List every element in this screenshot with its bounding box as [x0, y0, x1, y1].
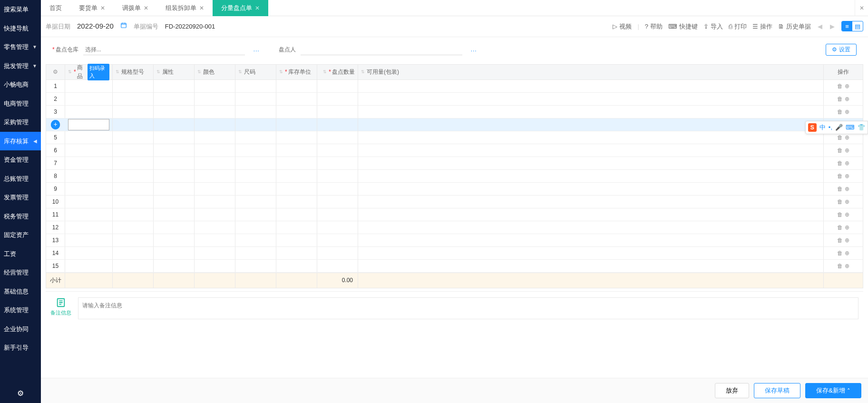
- ime-mic-icon[interactable]: 🎤: [835, 123, 843, 132]
- table-row[interactable]: 8🗑⊕: [46, 170, 863, 183]
- product-input[interactable]: [68, 119, 109, 130]
- close-icon[interactable]: ✕: [199, 4, 204, 12]
- sidebar-item-17[interactable]: 企业协同: [0, 320, 41, 339]
- tab-0[interactable]: 首页: [41, 0, 70, 16]
- delete-row-icon[interactable]: 🗑: [837, 185, 843, 193]
- sidebar-item-15[interactable]: 基础信息: [0, 282, 41, 301]
- tab-4[interactable]: 分量盘点单✕: [213, 0, 268, 16]
- col-qty[interactable]: ⇅*盘点数量: [317, 65, 358, 79]
- help-link[interactable]: ? 帮助: [645, 22, 663, 31]
- memo-input[interactable]: [78, 297, 858, 319]
- counter-more-icon[interactable]: ...: [471, 45, 477, 54]
- copy-row-icon[interactable]: ⊕: [845, 262, 849, 270]
- table-row[interactable]: 7🗑⊕: [46, 157, 863, 170]
- tab-2[interactable]: 调拨单✕: [114, 0, 157, 16]
- sidebar-item-9[interactable]: 总账管理: [0, 169, 41, 188]
- shortcut-link[interactable]: ⌨ 快捷键: [668, 22, 698, 31]
- sidebar-item-0[interactable]: 搜索菜单: [0, 0, 41, 19]
- sidebar-item-16[interactable]: 系统管理: [0, 301, 41, 320]
- table-row[interactable]: 10🗑⊕: [46, 196, 863, 208]
- copy-row-icon[interactable]: ⊕: [845, 108, 849, 116]
- sidebar-item-2[interactable]: 零售管理▼: [0, 38, 41, 57]
- counter-input[interactable]: [301, 44, 462, 55]
- sidebar-item-10[interactable]: 发票管理: [0, 188, 41, 207]
- ime-toolbar[interactable]: S 中 •, 🎤 ⌨ 👕: [805, 121, 868, 134]
- delete-row-icon[interactable]: 🗑: [837, 249, 843, 257]
- sidebar-item-13[interactable]: 工资: [0, 245, 41, 264]
- ime-lang[interactable]: 中: [819, 123, 826, 132]
- delete-row-icon[interactable]: 🗑: [837, 108, 843, 116]
- sidebar-item-18[interactable]: 新手引导: [0, 338, 41, 357]
- delete-row-icon[interactable]: 🗑: [837, 172, 843, 180]
- delete-row-icon[interactable]: 🗑: [837, 210, 843, 219]
- copy-row-icon[interactable]: ⊕: [845, 223, 849, 232]
- table-row[interactable]: 14🗑⊕: [46, 247, 863, 260]
- settings-button[interactable]: ⚙设置: [826, 44, 857, 56]
- sidebar-settings-icon[interactable]: ⚙: [0, 384, 41, 403]
- prev-doc-icon[interactable]: ◀: [817, 22, 823, 31]
- copy-row-icon[interactable]: ⊕: [845, 210, 849, 219]
- table-row[interactable]: 5🗑⊕: [46, 131, 863, 144]
- sidebar-item-6[interactable]: 采购管理: [0, 113, 41, 132]
- col-color[interactable]: ⇅颜色: [195, 65, 235, 79]
- scan-badge[interactable]: 扫码录入: [88, 64, 109, 80]
- view-card-icon[interactable]: ▤: [852, 21, 863, 31]
- sidebar-item-8[interactable]: 资金管理: [0, 150, 41, 169]
- import-link[interactable]: ⇪ 导入: [703, 22, 723, 31]
- sidebar-item-14[interactable]: 经营管理: [0, 263, 41, 282]
- ime-keyboard-icon[interactable]: ⌨: [846, 123, 855, 132]
- copy-row-icon[interactable]: ⊕: [845, 133, 849, 142]
- sidebar-item-3[interactable]: 批发管理▼: [0, 57, 41, 76]
- table-row[interactable]: 12🗑⊕: [46, 221, 863, 234]
- copy-row-icon[interactable]: ⊕: [845, 95, 849, 103]
- table-row[interactable]: 6🗑⊕: [46, 144, 863, 157]
- sidebar-item-5[interactable]: 电商管理: [0, 94, 41, 113]
- delete-row-icon[interactable]: 🗑: [837, 133, 843, 142]
- col-unit[interactable]: ⇅*库存单位: [276, 65, 317, 79]
- warehouse-input[interactable]: [83, 44, 245, 55]
- delete-row-icon[interactable]: 🗑: [837, 95, 843, 103]
- video-link[interactable]: ▷ 视频: [613, 22, 632, 31]
- save-new-button[interactable]: 保存&新增 ˄: [805, 383, 861, 398]
- table-row[interactable]: 11🗑⊕: [46, 208, 863, 221]
- delete-row-icon[interactable]: 🗑: [837, 146, 843, 155]
- ime-skin-icon[interactable]: 👕: [858, 123, 865, 132]
- date-value[interactable]: 2022-09-20: [77, 21, 114, 32]
- tab-1[interactable]: 要货单✕: [70, 0, 114, 16]
- copy-row-icon[interactable]: ⊕: [845, 146, 849, 155]
- close-icon[interactable]: ✕: [100, 4, 105, 12]
- delete-row-icon[interactable]: 🗑: [837, 223, 843, 232]
- sidebar-item-1[interactable]: 快捷导航: [0, 19, 41, 38]
- table-row[interactable]: 13🗑⊕: [46, 234, 863, 247]
- copy-row-icon[interactable]: ⊕: [845, 82, 849, 90]
- delete-row-icon[interactable]: 🗑: [837, 159, 843, 167]
- tab-3[interactable]: 组装拆卸单✕: [157, 0, 213, 16]
- delete-row-icon[interactable]: 🗑: [837, 197, 843, 206]
- save-draft-button[interactable]: 保存草稿: [754, 383, 800, 398]
- copy-row-icon[interactable]: ⊕: [845, 197, 849, 206]
- table-row[interactable]: 1🗑⊕: [46, 80, 863, 93]
- col-attr[interactable]: ⇅属性: [154, 65, 195, 79]
- col-avail[interactable]: ⇅可用量(包装): [358, 65, 824, 79]
- sidebar-item-4[interactable]: 小畅电商: [0, 75, 41, 94]
- table-row[interactable]: 9🗑⊕: [46, 183, 863, 196]
- warehouse-more-icon[interactable]: ...: [254, 45, 260, 54]
- delete-row-icon[interactable]: 🗑: [837, 82, 843, 90]
- view-list-icon[interactable]: ≡: [842, 21, 852, 31]
- table-row[interactable]: 3🗑⊕: [46, 106, 863, 118]
- close-icon[interactable]: ✕: [144, 4, 148, 12]
- table-row[interactable]: 15🗑⊕: [46, 260, 863, 273]
- col-product[interactable]: ⇅*商品扫码录入: [65, 65, 113, 79]
- operate-link[interactable]: ☰ 操作: [752, 22, 772, 31]
- copy-row-icon[interactable]: ⊕: [845, 236, 849, 245]
- add-row-icon[interactable]: +: [51, 120, 60, 129]
- copy-row-icon[interactable]: ⊕: [845, 159, 849, 167]
- copy-row-icon[interactable]: ⊕: [845, 172, 849, 180]
- history-link[interactable]: 🗎 历史单据: [778, 22, 811, 31]
- sidebar-item-7[interactable]: 库存核算◀: [0, 132, 41, 151]
- next-doc-icon[interactable]: ▶: [829, 22, 836, 31]
- calendar-icon[interactable]: [120, 22, 127, 31]
- sidebar-item-12[interactable]: 固定资产: [0, 226, 41, 245]
- sidebar-item-11[interactable]: 税务管理: [0, 207, 41, 226]
- ime-punct-icon[interactable]: •,: [829, 123, 832, 132]
